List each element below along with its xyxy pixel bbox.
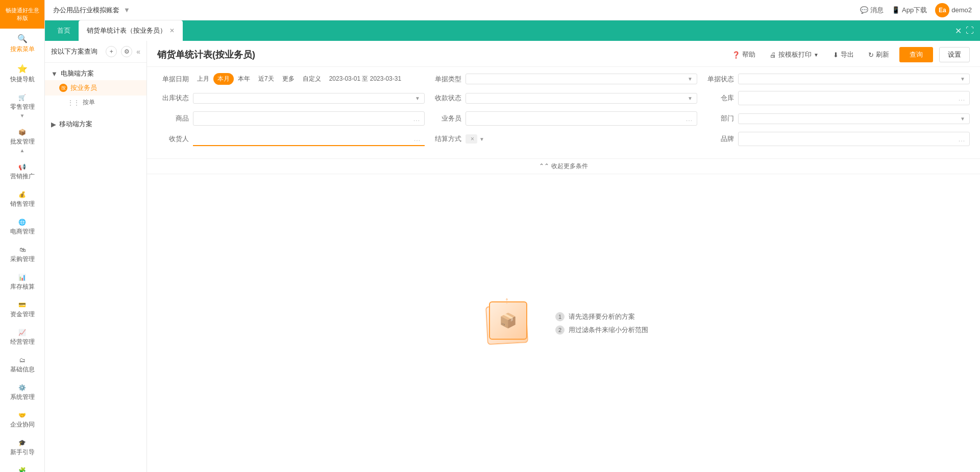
refresh-icon: ↻ <box>868 51 874 59</box>
brand-more-icon: … <box>958 135 965 143</box>
staff-label: 业务员 <box>425 114 465 123</box>
warehouse-select[interactable]: … <box>738 91 970 105</box>
sidebar-item-sales[interactable]: 💰 销售管理 <box>0 186 44 214</box>
export-button[interactable]: ⬇ 导出 <box>829 48 858 61</box>
sidebar-item-inventory[interactable]: 📊 库存核算 <box>0 269 44 296</box>
sidebar-item-newbie[interactable]: 🎓 新手引导 <box>0 434 44 462</box>
collection-chevron-icon: ▼ <box>688 96 693 101</box>
tab-close-icon[interactable]: ✕ <box>169 28 175 34</box>
sidebar-item-quick-nav[interactable]: ⭐ 快捷导航 <box>0 59 44 89</box>
doc-type-chevron-icon: ▼ <box>688 76 693 82</box>
outbound-control: ▼ <box>193 93 425 104</box>
hint-2-num: 2 <box>555 325 565 335</box>
date-btn-this-month[interactable]: 本月 <box>213 73 234 85</box>
tab-maximize-icon[interactable]: ⛶ <box>966 26 974 35</box>
date-btn-last-7[interactable]: 近7天 <box>254 73 278 85</box>
sidebar-item-marketing[interactable]: 📢 营销推广 <box>0 158 44 186</box>
chevron-down-icon: ▼ <box>51 70 58 78</box>
settlement-control: × ▼ <box>465 134 697 144</box>
filter-row-4: 收货人 … 结算方式 × ▼ 品牌 <box>157 132 970 146</box>
settlement-tag-close[interactable]: × <box>471 135 474 143</box>
sidebar-item-enterprise[interactable]: 🤝 企业协同 <box>0 407 44 434</box>
collapse-bar[interactable]: ⌃⌃ 收起更多条件 <box>147 158 980 174</box>
scheme-item-by-staff[interactable]: 按 按业务员 <box>45 80 146 96</box>
date-btn-last-month[interactable]: 上月 <box>193 73 213 85</box>
print-button[interactable]: 🖨 按模板打印 ▼ <box>766 48 823 61</box>
warehouse-label: 仓库 <box>697 93 738 103</box>
sidebar-item-purchase[interactable]: 🛍 采购管理 <box>0 241 44 269</box>
warehouse-more-icon: … <box>958 94 965 102</box>
date-range-value: 2023-03-01 至 2023-03-31 <box>329 75 401 83</box>
collection-select[interactable]: ▼ <box>465 93 697 104</box>
sidebar-item-finance[interactable]: 💳 资金管理 <box>0 296 44 324</box>
department-control: ▼ <box>738 113 970 124</box>
nav-icon: ⭐ <box>17 64 28 74</box>
tab-close-window-icon[interactable]: ✕ <box>955 26 962 36</box>
refresh-button[interactable]: ↻ 刷新 <box>864 48 893 61</box>
help-button[interactable]: ❓ 帮助 <box>728 48 760 61</box>
empty-illustration: 📦 ↑ <box>479 295 535 351</box>
tab-sales-stat[interactable]: 销货单统计表（按业务员） ✕ <box>79 20 183 41</box>
scheme-subitem-by-order[interactable]: ⋮⋮ 按单 <box>45 96 146 109</box>
page-header: 销货单统计表(按业务员) ❓ 帮助 🖨 按模板打印 ▼ ⬇ 导出 <box>147 41 980 67</box>
tabbar-actions: ✕ ⛶ <box>955 26 980 36</box>
query-button[interactable]: 查询 <box>899 47 933 62</box>
scheme-group-mobile: ▶ 移动端方案 <box>45 113 146 135</box>
doc-status-select[interactable]: ▼ <box>738 74 970 84</box>
sidebar-item-basic[interactable]: 🗂 基础信息 <box>0 351 44 379</box>
sidebar-item-apps[interactable]: 🧩 应用中心 <box>0 462 44 472</box>
add-scheme-button[interactable]: + <box>106 46 117 57</box>
department-select[interactable]: ▼ <box>738 113 970 124</box>
tab-home[interactable]: 首页 <box>49 20 79 41</box>
date-btn-custom[interactable]: 自定义 <box>299 73 325 85</box>
sidebar-item-wholesale[interactable]: 📦 批发管理 ▲ <box>0 124 44 158</box>
doc-status-control: ▼ <box>738 74 970 84</box>
search-icon: 🔍 <box>17 34 28 43</box>
export-icon: ⬇ <box>833 51 839 59</box>
sidebar-item-search[interactable]: 🔍 搜索菜单 <box>0 29 44 59</box>
settings-scheme-button[interactable]: ⚙ <box>121 46 132 57</box>
staff-select[interactable]: … <box>465 111 697 126</box>
sidebar-item-operations[interactable]: 📈 经营管理 <box>0 324 44 351</box>
chevron-icon: ▼ <box>20 113 25 119</box>
download-icon: 📱 <box>892 6 900 14</box>
print-chevron-icon: ▼ <box>814 52 819 58</box>
message-icon: 💬 <box>860 6 868 14</box>
workspace-label: 办公用品行业模拟账套 <box>53 6 119 15</box>
messages-button[interactable]: 💬 消息 <box>860 6 884 15</box>
workspace-chevron-icon[interactable]: ▼ <box>124 6 130 14</box>
newbie-icon: 🎓 <box>18 439 26 446</box>
product-label: 商品 <box>157 114 193 123</box>
date-btn-more[interactable]: 更多 <box>278 73 299 85</box>
consignee-input[interactable]: … <box>193 132 425 146</box>
marketing-icon: 📢 <box>18 163 26 171</box>
product-select[interactable]: … <box>193 111 425 126</box>
outbound-select[interactable]: ▼ <box>193 93 425 104</box>
topbar-left: 办公用品行业模拟账套 ▼ <box>53 6 130 15</box>
date-btn-this-year[interactable]: 本年 <box>234 73 254 85</box>
topbar-right: 💬 消息 📱 App下载 Ea demo2 <box>860 3 972 17</box>
brand-select[interactable]: … <box>738 132 970 146</box>
sidebar-item-system[interactable]: ⚙️ 系统管理 <box>0 379 44 407</box>
page-title: 销货单统计表(按业务员) <box>157 49 255 61</box>
date-filter-control: 上月 本月 本年 近7天 更多 自定义 2023-03-01 至 2023-03… <box>193 73 425 85</box>
consignee-more-icon: … <box>413 134 421 143</box>
empty-hints: 1 请先选择要分析的方案 2 用过滤条件来缩小分析范围 <box>555 312 648 335</box>
sidebar-item-ecom[interactable]: 🌐 电商管理 <box>0 214 44 241</box>
brand-control: … <box>738 132 970 146</box>
collapse-panel-button[interactable]: « <box>136 48 140 56</box>
inventory-icon: 📊 <box>18 274 26 281</box>
tabbar: 首页 销货单统计表（按业务员） ✕ ✕ ⛶ <box>45 20 980 41</box>
scheme-group-mobile-header[interactable]: ▶ 移动端方案 <box>45 117 146 131</box>
collection-control: ▼ <box>465 93 697 104</box>
user-profile-button[interactable]: Ea demo2 <box>935 3 972 17</box>
sidebar-item-retail[interactable]: 🛒 零售管理 ▼ <box>0 89 44 124</box>
app-logo: 畅捷通好生意 标版 <box>0 0 45 29</box>
enterprise-icon: 🤝 <box>18 412 26 419</box>
department-label: 部门 <box>697 114 738 123</box>
scheme-group-pc-header[interactable]: ▼ 电脑端方案 <box>45 67 146 80</box>
doc-type-select[interactable]: ▼ <box>465 74 697 84</box>
left-panel: 按以下方案查询 + ⚙ « ▼ 电脑端方案 <box>45 41 147 472</box>
settings-button[interactable]: 设置 <box>939 47 970 62</box>
app-download-button[interactable]: 📱 App下载 <box>892 6 927 15</box>
